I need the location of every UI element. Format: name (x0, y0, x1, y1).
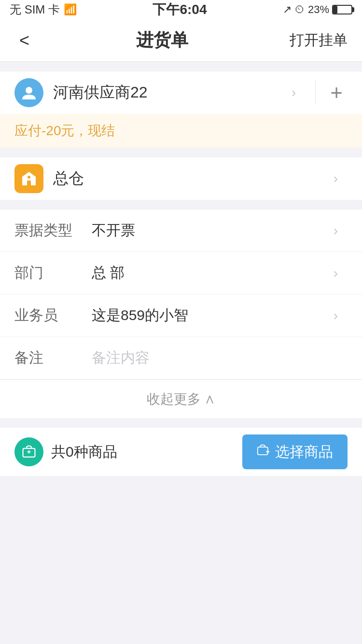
salesperson-label: 业务员 (14, 306, 82, 325)
status-right: ↗ ⏲ 23% (283, 3, 352, 16)
form-card: 票据类型 不开票 › 部门 总 部 › 业务员 这是859的小智 › 备注 备注… (0, 210, 362, 418)
notice-text: 应付-20元，现结 (14, 123, 115, 138)
supplier-name: 河南供应商22 (53, 82, 292, 103)
svg-point-1 (28, 176, 30, 179)
salesperson-chevron-icon: › (334, 308, 338, 323)
status-left: 无 SIM 卡 📶 (10, 2, 77, 17)
remark-label: 备注 (14, 348, 82, 368)
salesperson-row[interactable]: 业务员 这是859的小智 › (0, 294, 362, 337)
collapse-button[interactable]: 收起更多 ∧ (0, 379, 362, 418)
invoice-type-row[interactable]: 票据类型 不开票 › (0, 210, 362, 252)
department-label: 部门 (14, 263, 82, 283)
collapse-label: 收起更多 ∧ (147, 390, 216, 408)
supplier-avatar (14, 78, 43, 107)
battery-icon (332, 5, 352, 14)
location-icon: ↗ (283, 3, 292, 16)
supplier-card: 河南供应商22 › + (0, 71, 362, 114)
department-chevron-icon: › (334, 266, 338, 281)
product-count-text: 共0种商品 (51, 442, 117, 462)
wifi-icon: 📶 (64, 3, 77, 16)
page-background (0, 476, 362, 621)
status-bar: 无 SIM 卡 📶 下午6:04 ↗ ⏲ 23% (0, 0, 362, 19)
warehouse-icon (14, 164, 43, 193)
warehouse-name: 总仓 (53, 168, 334, 189)
department-value: 总 部 (82, 263, 334, 283)
notice-bar: 应付-20元，现结 (0, 114, 362, 148)
bottom-bar: 共0种商品 选择商品 (0, 428, 362, 476)
nav-bar: < 进货单 打开挂单 (0, 19, 362, 62)
select-product-icon (257, 443, 270, 461)
select-product-button[interactable]: 选择商品 (242, 434, 348, 469)
vertical-divider (315, 81, 316, 105)
svg-point-0 (26, 87, 32, 94)
remark-input[interactable]: 备注内容 (82, 348, 348, 368)
cart-icon (21, 444, 37, 460)
invoice-type-chevron-icon: › (334, 223, 338, 238)
select-product-label: 选择商品 (275, 442, 333, 462)
warehouse-chevron-icon: › (334, 171, 338, 186)
product-icon (14, 437, 43, 466)
person-icon (20, 84, 38, 101)
alarm-icon: ⏲ (294, 3, 305, 16)
supplier-row[interactable]: 河南供应商22 › + (0, 71, 362, 114)
back-button[interactable]: < (14, 26, 34, 56)
carrier-label: 无 SIM 卡 (10, 2, 60, 17)
battery-percent: 23% (308, 3, 329, 16)
remark-row[interactable]: 备注 备注内容 (0, 337, 362, 379)
invoice-type-value: 不开票 (82, 221, 334, 240)
invoice-type-label: 票据类型 (14, 221, 82, 240)
open-pending-button[interactable]: 打开挂单 (290, 30, 348, 50)
warehouse-card: 总仓 › (0, 157, 362, 200)
content-area: 河南供应商22 › + 应付-20元，现结 总仓 › 票据类型 不开票 › (0, 71, 362, 621)
salesperson-value: 这是859的小智 (82, 306, 334, 325)
add-product-icon (257, 444, 270, 457)
status-time: 下午6:04 (153, 0, 207, 19)
house-icon (20, 170, 38, 187)
page-title: 进货单 (136, 28, 188, 52)
product-count-area: 共0种商品 (14, 437, 117, 466)
department-row[interactable]: 部门 总 部 › (0, 252, 362, 294)
svg-rect-5 (258, 447, 268, 455)
battery-fill (333, 6, 337, 14)
supplier-chevron-icon: › (292, 85, 296, 100)
add-supplier-button[interactable]: + (325, 76, 348, 110)
warehouse-row[interactable]: 总仓 › (0, 157, 362, 200)
